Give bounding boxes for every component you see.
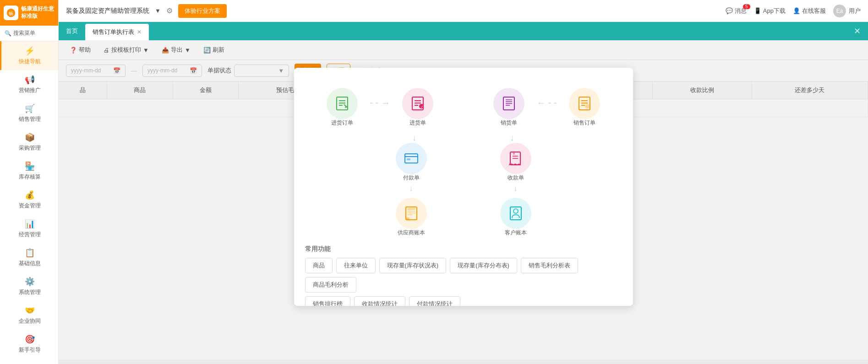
guide-icon: 🎯 [25,334,35,344]
main-area: 装备及固定资产辅助管理系统 ▼ ⚙ 体验行业方案 💬 消息 5 📱 App下载 … [59,0,868,364]
sidebar-item-inventory[interactable]: 🏪 库存核算 [0,157,58,185]
tab-sales-order[interactable]: 销售订单执行表 ✕ [85,24,149,40]
app-download[interactable]: 📱 App下载 [754,7,786,15]
sidebar-item-enterprise[interactable]: 🤝 企业协同 [0,301,58,330]
func-btn-sales-rank[interactable]: 销售排行榜 [305,296,350,306]
flow-row-3: 账 供应商账本 客户账本 [310,193,617,241]
func-buttons-row1: 商品 往来单位 现存量(库存状况表) 现存量(库存分布表) 销售毛利分析表 商品… [305,258,622,293]
arrow-h1: - - → [365,98,394,108]
flow-payment[interactable]: 付款单 [396,143,427,182]
experience-btn[interactable]: 体验行业方案 [178,4,227,18]
sidebar-item-purchase[interactable]: 📦 采购管理 [0,128,58,157]
arrow-down-sales: ↓ [497,133,528,143]
operations-icon: 📊 [25,219,35,229]
tabbar-close-btn[interactable]: ✕ [846,26,868,36]
download-icon: 📱 [754,7,761,14]
svg-rect-21 [585,104,589,108]
logo-text: 畅康通好生意 标准版 [21,5,54,20]
sales-bill-label: 销货单 [501,119,517,127]
func-btn-receipt-stat[interactable]: 收款情况统计 [354,296,405,306]
sidebar-search[interactable]: 🔍 搜索菜单 [0,26,58,41]
service-icon: 👤 [793,7,800,14]
message-count: 5 [743,4,750,9]
inventory-icon: 🏪 [25,161,35,171]
flow-purchase-order[interactable]: 进货订单 [327,88,358,127]
func-btn-product[interactable]: 商品 [305,258,333,273]
topbar: 装备及固定资产辅助管理系统 ▼ ⚙ 体验行业方案 💬 消息 5 📱 App下载 … [59,0,868,22]
content-area: ❓ 帮助 🖨 按模板打印 ▼ 📤 导出 ▼ 🔄 刷新 [59,40,868,364]
flow-popup: 进货订单 - - → ✓ 进货单 [294,68,633,306]
arrow-down-payment: ↓ [396,184,427,193]
func-btn-stock-status[interactable]: 现存量(库存状况表) [379,258,447,273]
settings-icon[interactable]: ⚙ [166,6,173,15]
purchase-icon: 📦 [25,132,35,142]
user-menu[interactable]: Ea 用户 [833,5,861,17]
quick-nav-icon: ⚡ [25,46,35,56]
sidebar-item-operations[interactable]: 📊 经营管理 [0,214,58,243]
payment-label: 付款单 [403,174,420,182]
func-btn-payment-stat[interactable]: 付款情况统计 [409,296,460,306]
flow-sales-order[interactable]: 销售订单 [569,88,600,127]
func-btn-partner[interactable]: 往来单位 [336,258,376,273]
flow-row-1: 进货订单 - - → ✓ 进货单 [310,83,617,131]
flow-diagram: 进货订单 - - → ✓ 进货单 [305,79,622,241]
sidebar: 畅 畅康通好生意 标准版 🔍 搜索菜单 ⚡ 快捷导航 📢 营销推广 🛒 销售管理 [0,0,59,364]
payment-icon [396,143,427,174]
tabbar: 首页 销售订单执行表 ✕ ✕ [59,22,868,40]
online-service[interactable]: 👤 在线客服 [793,7,826,15]
message-badge[interactable]: 💬 消息 5 [726,7,747,15]
tab-home[interactable]: 首页 [59,22,85,40]
sidebar-item-finance[interactable]: 💰 资金管理 [0,185,58,214]
sidebar-item-guide[interactable]: 🎯 新手引导 [0,330,58,359]
system-dropdown[interactable]: ▼ [155,7,161,14]
sidebar-item-quick-nav[interactable]: ⚡ 快捷导航 [0,41,58,70]
svg-text:账: 账 [406,217,410,221]
flow-sales-bill[interactable]: 销货单 [493,88,524,127]
purchase-order-icon [327,88,358,119]
svg-rect-33 [407,214,413,215]
customer-ledger-label: 客户账本 [505,229,527,237]
func-btn-sales-profit[interactable]: 销售毛利分析表 [521,258,578,273]
sales-order-icon [569,88,600,119]
sidebar-item-system[interactable]: ⚙️ 系统管理 [0,272,58,301]
svg-rect-32 [407,212,415,213]
sidebar-item-basic[interactable]: 📋 基础信息 [0,243,58,272]
flow-row-2: 付款单 ¥ 收款单 [310,143,617,182]
common-functions-title: 常用功能 [305,245,622,253]
arrow-down-purchase: ↓ [399,133,430,143]
tab-close-icon[interactable]: ✕ [137,29,142,35]
arrow-h2: ← - - [532,98,561,108]
flow-supplier-ledger[interactable]: 账 供应商账本 [396,198,427,237]
logo-icon: 畅 [4,5,18,20]
svg-rect-30 [407,208,415,210]
svg-point-36 [513,209,518,213]
svg-text:¥: ¥ [513,152,515,155]
flow-purchase-bill[interactable]: ✓ 进货单 [402,88,433,127]
customer-ledger-icon [500,198,531,229]
sidebar-logo: 畅 畅康通好生意 标准版 [0,0,58,26]
flow-popup-overlay[interactable]: 进货订单 - - → ✓ 进货单 [59,40,868,364]
func-btn-stock-dist[interactable]: 现存量(库存分布表) [450,258,517,273]
system-title: 装备及固定资产辅助管理系统 [66,7,149,15]
supplier-ledger-icon: 账 [396,198,427,229]
enterprise-icon: 🤝 [25,305,35,315]
purchase-bill-icon: ✓ [402,88,433,119]
search-icon: 🔍 [5,30,11,37]
receipt-label: 收款单 [508,174,524,182]
svg-rect-24 [407,158,410,160]
arrow-down-receipt: ↓ [500,184,531,193]
flow-customer-ledger[interactable]: 客户账本 [500,198,531,237]
basic-icon: 📋 [25,248,35,258]
purchase-order-label: 进货订单 [331,119,353,127]
user-avatar: Ea [833,5,846,17]
common-functions: 常用功能 商品 往来单位 现存量(库存状况表) 现存量(库存分布表) 销售毛利分… [305,245,622,306]
func-btn-product-profit[interactable]: 商品毛利分析 [305,277,356,293]
sidebar-item-marketing[interactable]: 📢 营销推广 [0,70,58,99]
func-buttons-row2: 销售排行榜 收款情况统计 付款情况统计 [305,296,622,306]
arrow-row-v1: ↓ ↓ [310,133,617,143]
svg-text:畅: 畅 [9,11,13,16]
sidebar-item-sales[interactable]: 🛒 销售管理 [0,99,58,128]
sales-icon: 🛒 [25,103,35,114]
flow-receipt[interactable]: ¥ 收款单 [500,143,531,182]
svg-rect-31 [407,211,415,212]
